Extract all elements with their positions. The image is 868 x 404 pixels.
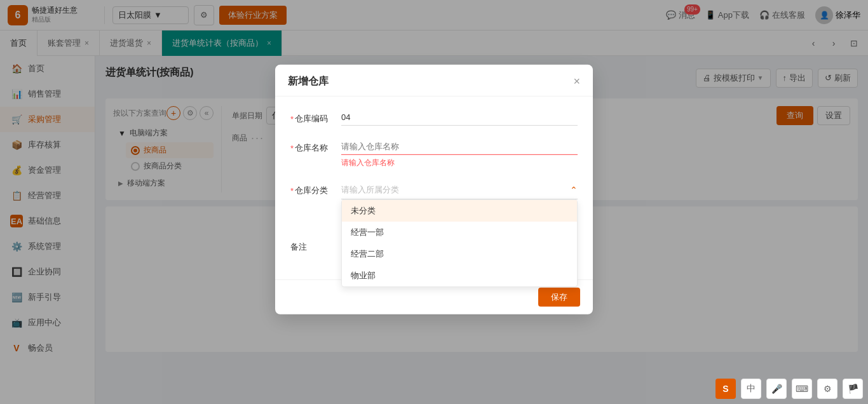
- warehouse-name-field: * 仓库名称 请输入仓库名称: [290, 138, 578, 168]
- system-settings-icon[interactable]: ⚙: [817, 379, 837, 399]
- required-star-code: *: [290, 114, 294, 123]
- code-input-wrapper: [341, 109, 578, 126]
- code-label-text: 仓库编码: [295, 113, 328, 125]
- s-logo-icon: S: [715, 379, 736, 399]
- warehouse-code-input[interactable]: [341, 109, 578, 126]
- flag-icon[interactable]: 🏴: [843, 379, 863, 399]
- name-input-wrapper: 请输入仓库名称: [341, 138, 578, 168]
- category-label-text: 仓库分类: [295, 185, 328, 196]
- mic-icon[interactable]: 🎤: [766, 379, 787, 399]
- name-label-text: 仓库名称: [295, 142, 328, 154]
- notes-label: 备注: [290, 238, 341, 253]
- name-error-message: 请输入仓库名称: [341, 158, 578, 168]
- category-dropdown: 未分类 经营一部 经营二部 物业部: [341, 199, 578, 287]
- category-placeholder: 请输入所属分类: [341, 184, 399, 196]
- category-input-wrapper: 请输入所属分类 ⌃ 未分类 经营一部 经营二部 物业部: [341, 181, 578, 199]
- warehouse-category-field: * 仓库分类 请输入所属分类 ⌃ 未分类 经营一部 经营二部 物业部: [290, 181, 578, 199]
- warehouse-code-field: * 仓库编码: [290, 109, 578, 126]
- required-star-name: *: [290, 143, 294, 152]
- name-label: * 仓库名称: [290, 138, 341, 154]
- modal-header: 新增仓库 ×: [275, 65, 593, 97]
- modal-title: 新增仓库: [288, 75, 329, 88]
- keyboard-icon[interactable]: ⌨: [792, 379, 812, 399]
- dropdown-item-ops2[interactable]: 经营二部: [342, 243, 577, 265]
- bottom-icons: S 中 🎤 ⌨ ⚙ 🏴: [715, 379, 863, 399]
- category-arrow-icon: ⌃: [570, 185, 578, 195]
- code-label: * 仓库编码: [290, 109, 341, 125]
- notes-label-text: 备注: [290, 241, 307, 253]
- required-star-category: *: [290, 185, 294, 195]
- category-select[interactable]: 请输入所属分类 ⌃: [341, 181, 578, 199]
- modal-new-warehouse: 新增仓库 × * 仓库编码 * 仓库名称 请输入仓库名称: [275, 65, 593, 314]
- dropdown-item-ops1[interactable]: 经营一部: [342, 222, 577, 243]
- dropdown-item-uncategorized[interactable]: 未分类: [342, 200, 577, 222]
- modal-body: * 仓库编码 * 仓库名称 请输入仓库名称 * 仓库分类: [275, 97, 593, 279]
- chinese-input-icon[interactable]: 中: [741, 379, 761, 399]
- warehouse-name-input[interactable]: [341, 138, 578, 155]
- dropdown-item-property[interactable]: 物业部: [342, 265, 577, 286]
- save-button[interactable]: 保存: [538, 288, 580, 307]
- modal-close-button[interactable]: ×: [573, 75, 580, 88]
- category-label: * 仓库分类: [290, 181, 341, 196]
